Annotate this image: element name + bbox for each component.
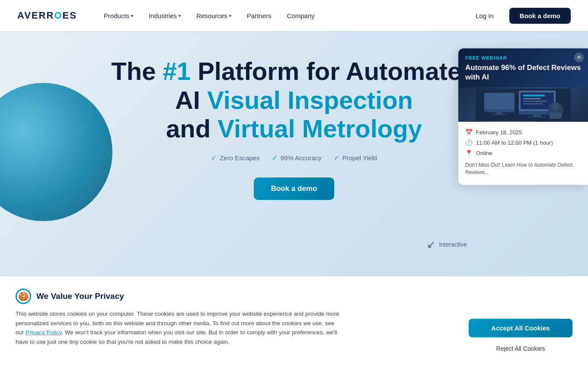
nav-industries[interactable]: Industries ▾	[143, 9, 187, 23]
webinar-tag: FREE WEBINAR	[465, 55, 581, 60]
book-demo-nav-button[interactable]: Book a demo	[509, 8, 571, 24]
book-demo-hero-button[interactable]: Book a demo	[254, 178, 335, 200]
nav-resources[interactable]: Resources ▾	[190, 9, 237, 23]
accept-cookies-button[interactable]: Accept All Cookies	[469, 319, 572, 337]
cookie-banner: 🍪 We Value Your Privacy This website sto…	[0, 276, 588, 371]
check-icon: ✓	[272, 154, 278, 162]
webinar-meta: 📅 February 18, 2025 🕐 11:00 AM to 12:00 …	[465, 129, 581, 156]
badge-accuracy: ✓ 99% Accuracy	[272, 154, 322, 162]
close-button[interactable]: ✕	[574, 53, 584, 62]
webinar-header: FREE WEBINAR Automate 96% of Defect Revi…	[458, 48, 588, 87]
navigation: AVERROES Products ▾ Industries ▾ Resourc…	[0, 0, 588, 31]
logo: AVERROES	[17, 10, 77, 21]
privacy-policy-link[interactable]: Privacy Policy	[26, 329, 61, 336]
cookie-buttons: Accept All Cookies Reject All Cookies	[469, 319, 572, 355]
svg-rect-2	[484, 93, 514, 109]
webinar-description: Don't Miss Out! Learn How to Automate De…	[465, 162, 581, 176]
badge-yield: ✓ Propel Yield	[334, 154, 377, 162]
svg-rect-16	[550, 112, 562, 119]
webinar-date-row: 📅 February 18, 2025	[465, 129, 581, 136]
webinar-location-row: 📍 Online	[465, 149, 581, 156]
webinar-image	[458, 87, 588, 122]
nav-partners[interactable]: Partners	[241, 9, 278, 23]
check-icon: ✓	[211, 154, 217, 162]
cookie-title: We Value Your Privacy	[36, 292, 124, 301]
svg-rect-13	[523, 103, 543, 105]
arrow-icon: ↙	[427, 238, 435, 251]
interactive-hint: ↙ Interactive	[427, 238, 467, 251]
chevron-down-icon: ▾	[229, 13, 231, 18]
clock-icon: 🕐	[465, 139, 473, 146]
chevron-down-icon: ▾	[179, 13, 181, 18]
svg-rect-8	[529, 117, 545, 117]
svg-rect-10	[523, 95, 545, 96]
svg-rect-7	[533, 114, 541, 117]
webinar-time-row: 🕐 11:00 AM to 12:00 PM (1 hour)	[465, 139, 581, 146]
cookie-icon: 🍪	[16, 289, 31, 304]
calendar-icon: 📅	[465, 129, 473, 136]
reject-cookies-button[interactable]: Reject All Cookies	[469, 342, 572, 355]
svg-rect-11	[523, 98, 540, 99]
webinar-body: 📅 February 18, 2025 🕐 11:00 AM to 12:00 …	[458, 122, 588, 185]
svg-point-15	[552, 103, 559, 110]
cookie-header: 🍪 We Value Your Privacy	[16, 289, 572, 304]
badge-zero-escapes: ✓ Zero Escapes	[211, 154, 260, 162]
nav-actions: Log In Book a demo	[467, 8, 571, 24]
location-icon: 📍	[465, 149, 473, 156]
sphere-decoration	[0, 83, 112, 221]
nav-links: Products ▾ Industries ▾ Resources ▾ Part…	[98, 9, 467, 23]
webinar-title: Automate 96% of Defect Reviews with AI	[465, 63, 581, 82]
hero-title: The #1 Platform for Automated AI Visual …	[99, 57, 489, 143]
svg-rect-4	[493, 114, 506, 115]
chevron-down-icon: ▾	[131, 13, 133, 18]
check-icon: ✓	[334, 154, 339, 162]
webinar-popup: FREE WEBINAR Automate 96% of Defect Revi…	[458, 48, 588, 185]
webinar-thumbnail	[476, 89, 571, 121]
login-button[interactable]: Log In	[467, 9, 502, 23]
cookie-body: This website stores cookies on your comp…	[16, 309, 344, 346]
nav-company[interactable]: Company	[281, 9, 321, 23]
svg-rect-3	[496, 112, 502, 114]
svg-rect-12	[523, 101, 547, 102]
hero-badges: ✓ Zero Escapes ✓ 99% Accuracy ✓ Propel Y…	[211, 154, 377, 162]
nav-products[interactable]: Products ▾	[98, 9, 139, 23]
